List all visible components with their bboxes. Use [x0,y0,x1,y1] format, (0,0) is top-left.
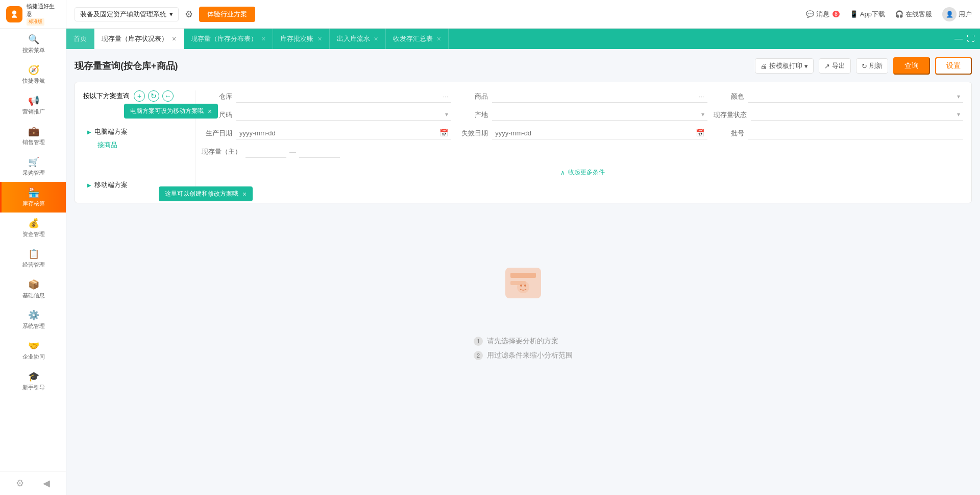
back-scheme-btn[interactable]: ← [162,90,174,102]
export-btn[interactable]: ↗ 导出 [819,58,851,74]
box-icon: 📦 [28,279,39,290]
arrow-icon: ▾ [957,93,960,100]
settings-bottom-icon[interactable]: ⚙ [16,478,24,489]
size-select[interactable]: ▾ [236,109,451,121]
empty-state: 1 请先选择要分析的方案 2 用过滤条件来缩小分析范围 [75,211,972,403]
color-filter: 颜色 ▾ [714,91,963,103]
settings-icon[interactable]: ⚙ [185,9,193,20]
step1-num: 1 [474,337,483,346]
filter-actions: + ↻ ← [134,90,174,102]
tooltip-scheme: 电脑方案可设为移动方案哦 × [124,104,218,119]
filter-row-2: 尺码 ▾ 产地 ▾ 现存量状态 [202,109,963,121]
logo-text: 畅捷通好生意 标准版 [27,3,60,25]
expire-date-input[interactable]: 📅 [492,127,707,139]
tooltip1-close[interactable]: × [208,107,212,115]
tooltip2-close[interactable]: × [242,190,247,198]
app-download-item[interactable]: 📱 App下载 [850,10,885,19]
nav-marketing[interactable]: 📢 营销推广 [0,90,66,121]
industry-btn[interactable]: 体验行业方案 [199,7,255,22]
query-button[interactable]: 查询 [893,57,930,75]
svg-point-0 [12,10,16,14]
set-button[interactable]: 设置 [935,57,972,75]
gear-icon: ⚙️ [28,310,39,321]
filter-right: 仓库 ··· 商品 ··· 颜色 [202,90,963,195]
main-content: 现存量查询(按仓库+商品) 🖨 按模板打印 ▾ ↗ 导出 ↻ 刷新 查询 设置 [66,49,980,495]
color-select[interactable]: ▾ [748,91,963,103]
tab-recv-summary[interactable]: 收发存汇总表 × [386,29,449,49]
origin-select[interactable]: ▾ [492,109,707,121]
message-item[interactable]: 💬 消息 8 [806,10,840,19]
collapse-icon[interactable]: ◀ [43,478,50,489]
system-selector[interactable]: 装备及固定资产辅助管理系统 ▾ [75,7,179,21]
stock-min-input[interactable] [246,146,286,158]
page-actions: 🖨 按模板打印 ▾ ↗ 导出 ↻ 刷新 查询 设置 [755,57,972,75]
tab-inventory-dist[interactable]: 现存量（库存分布表） × [184,29,273,49]
goods-select[interactable]: ··· [492,90,707,103]
user-item[interactable]: 👤 用户 [942,7,972,21]
tab-close-batch-account[interactable]: × [317,35,322,43]
desktop-scheme-group[interactable]: ▶ 电脑端方案 [83,125,189,138]
nav-inventory[interactable]: 🏪 库存核算 [0,182,66,213]
handshake-icon: 🤝 [28,340,39,351]
refresh-btn[interactable]: ↻ 刷新 [856,58,888,74]
batch-input[interactable] [748,127,963,139]
sidebar-bottom: ⚙ ◀ [0,471,66,495]
warehouse-select[interactable]: ··· [236,90,451,103]
tab-close-inventory-dist[interactable]: × [261,35,265,43]
tab-home[interactable]: 首页 [66,29,94,49]
tab-close-in-out-flow[interactable]: × [374,35,378,43]
nav-purchase[interactable]: 🛒 采购管理 [0,151,66,182]
tab-minimize-icon[interactable]: — [954,34,963,43]
money-icon: 💰 [28,218,39,229]
headset-icon: 🎧 [895,10,903,18]
online-service-item[interactable]: 🎧 在线客服 [895,10,932,19]
calendar-icon: 📅 [439,129,448,137]
tab-batch-account[interactable]: 库存批次账 × [273,29,329,49]
filter-card-inner: 按以下方案查询 + ↻ ← 电脑方案可设为移动方案哦 × ▶ [83,90,963,195]
svg-point-5 [520,285,522,287]
nav-system[interactable]: ⚙️ 系统管理 [0,304,66,335]
nav-guide[interactable]: 🎓 新手引导 [0,366,66,396]
expire-date-field[interactable] [495,129,695,137]
filter-card: 按以下方案查询 + ↻ ← 电脑方案可设为移动方案哦 × ▶ [75,82,972,203]
dots-icon: ··· [443,92,448,100]
nav-operations[interactable]: 📋 经营管理 [0,243,66,274]
nav-corp[interactable]: 🤝 企业协同 [0,335,66,366]
topbar: 装备及固定资产辅助管理系统 ▾ ⚙ 体验行业方案 💬 消息 8 📱 App下载 … [66,0,980,29]
graduation-icon: 🎓 [28,371,39,382]
goods-filter: 商品 ··· [457,90,707,103]
tab-maximize-icon[interactable]: ⛶ [967,34,975,43]
chevron-up-icon: ∧ [560,169,565,176]
mobile-icon: 📱 [850,10,858,18]
desktop-scheme-item[interactable]: 接商品 [83,138,189,152]
refresh-scheme-btn[interactable]: ↻ [148,90,159,102]
nav-basic[interactable]: 📦 基础信息 [0,274,66,304]
empty-text: 1 请先选择要分析的方案 2 用过滤条件来缩小分析范围 [474,334,573,362]
calendar-icon2: 📅 [696,129,704,137]
produce-date-field[interactable] [239,129,439,137]
nav-quick[interactable]: 🧭 快捷导航 [0,59,66,90]
tab-close-inventory-status[interactable]: × [172,35,176,43]
briefcase-icon: 💼 [28,126,39,137]
dots-icon2: ··· [699,92,704,100]
avatar: 👤 [942,7,957,21]
clipboard-icon: 📋 [28,248,39,260]
add-scheme-btn[interactable]: + [134,90,145,102]
range-separator: — [289,148,296,156]
nav-finance[interactable]: 💰 资金管理 [0,213,66,243]
collapse-bar[interactable]: ∧ 收起更多条件 [202,164,963,181]
logo-icon [6,6,22,22]
topbar-left: 装备及固定资产辅助管理系统 ▾ ⚙ 体验行业方案 [75,7,255,22]
nav-sales[interactable]: 💼 销售管理 [0,121,66,151]
stock-status-select[interactable]: ▾ [751,109,963,121]
tab-close-recv-summary[interactable]: × [437,35,441,43]
cart-icon: 🛒 [28,156,39,168]
stock-max-input[interactable] [299,146,340,158]
print-btn[interactable]: 🖨 按模板打印 ▾ [755,58,814,74]
megaphone-icon: 📢 [28,95,39,106]
tab-in-out-flow[interactable]: 出入库流水 × [330,29,386,49]
tab-inventory-status[interactable]: 现存量（库存状况表） × [94,29,184,49]
nav-search[interactable]: 🔍 搜索菜单 [0,29,66,59]
produce-date-input[interactable]: 📅 [236,127,451,139]
batch-filter: 批号 [714,127,963,139]
